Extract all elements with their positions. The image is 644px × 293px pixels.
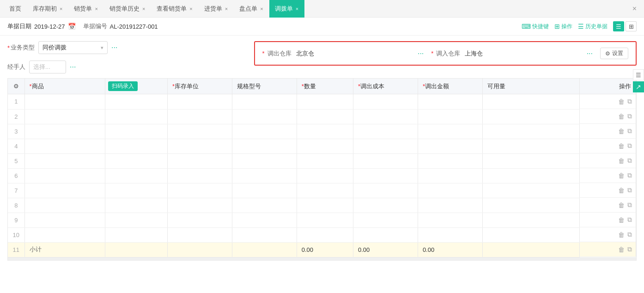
row-qty-2[interactable] (297, 109, 353, 124)
tab-sales-order-close[interactable]: × (95, 6, 97, 12)
row-copy-icon-3[interactable]: ⧉ (627, 127, 632, 135)
summary-delete-icon[interactable]: 🗑 (618, 246, 625, 253)
handler-select[interactable]: 选择... (29, 61, 66, 73)
row-amount-3[interactable] (418, 124, 482, 139)
row-unit-2[interactable] (167, 109, 232, 124)
row-product-2[interactable] (24, 109, 105, 124)
tab-purchase-order-close[interactable]: × (225, 6, 228, 12)
tab-transfer-order[interactable]: 调拨单 × (269, 0, 304, 18)
row-delete-icon-10[interactable]: 🗑 (618, 231, 625, 238)
scroll-indicator[interactable] (7, 258, 637, 261)
table-gear-icon[interactable]: ⚙ (13, 83, 19, 90)
row-qty-3[interactable] (297, 124, 353, 139)
row-qty-7[interactable] (297, 183, 353, 198)
row-qty-6[interactable] (297, 168, 353, 183)
row-qty-4[interactable] (297, 139, 353, 153)
row-spec-7[interactable] (232, 183, 297, 198)
row-qty-9[interactable] (297, 213, 353, 227)
tab-inventory-check-close[interactable]: × (260, 6, 263, 12)
row-spec-2[interactable] (232, 109, 297, 124)
business-type-dots[interactable]: ··· (111, 43, 117, 52)
scan-button[interactable]: 扫码录入 (108, 81, 138, 91)
row-product-8[interactable] (24, 198, 105, 213)
row-unit-7[interactable] (167, 183, 232, 198)
row-product-4[interactable] (24, 139, 105, 153)
row-spec-10[interactable] (232, 227, 297, 242)
tab-purchase-order[interactable]: 进货单 × (199, 0, 234, 18)
tab-view-sales[interactable]: 查看销货单 × (151, 0, 198, 18)
row-product-10[interactable] (24, 227, 105, 242)
row-delete-icon-8[interactable]: 🗑 (618, 201, 625, 209)
row-unit-10[interactable] (167, 227, 232, 242)
row-copy-icon-9[interactable]: ⧉ (627, 216, 632, 224)
row-delete-icon-3[interactable]: 🗑 (618, 128, 625, 135)
history-button[interactable]: ☰ 历史单据 (578, 23, 608, 31)
row-unit-6[interactable] (167, 168, 232, 183)
row-unit-3[interactable] (167, 124, 232, 139)
row-amount-9[interactable] (418, 213, 482, 227)
row-spec-9[interactable] (232, 213, 297, 227)
row-cost-5[interactable] (353, 153, 418, 168)
row-product-9[interactable] (24, 213, 105, 227)
summary-copy-icon[interactable]: ⧉ (627, 245, 632, 253)
out-warehouse-dots[interactable]: ··· (418, 49, 424, 58)
row-product-3[interactable] (24, 124, 105, 139)
row-cost-9[interactable] (353, 213, 418, 227)
row-amount-10[interactable] (418, 227, 482, 242)
row-amount-8[interactable] (418, 198, 482, 213)
row-copy-icon-4[interactable]: ⧉ (627, 142, 632, 150)
calendar-icon[interactable]: 📅 (68, 23, 76, 30)
tab-sales-history[interactable]: 销货单历史 × (104, 0, 151, 18)
row-cost-10[interactable] (353, 227, 418, 242)
row-spec-3[interactable] (232, 124, 297, 139)
in-warehouse-dots[interactable]: ··· (587, 49, 593, 58)
row-cost-2[interactable] (353, 109, 418, 124)
tab-inventory-init-close[interactable]: × (60, 6, 62, 12)
row-delete-icon-4[interactable]: 🗑 (618, 142, 625, 150)
row-delete-icon-1[interactable]: 🗑 (618, 98, 625, 105)
row-unit-8[interactable] (167, 198, 232, 213)
tab-inventory-check[interactable]: 盘点单 × (234, 0, 269, 18)
row-unit-9[interactable] (167, 213, 232, 227)
row-spec-4[interactable] (232, 139, 297, 153)
tab-inventory-init[interactable]: 库存期初 × (27, 0, 68, 18)
row-product-1[interactable] (24, 94, 105, 110)
row-copy-icon-7[interactable]: ⧉ (627, 186, 632, 194)
row-product-7[interactable] (24, 183, 105, 198)
row-cost-6[interactable] (353, 168, 418, 183)
row-qty-8[interactable] (297, 198, 353, 213)
row-amount-7[interactable] (418, 183, 482, 198)
row-product-6[interactable] (24, 168, 105, 183)
row-unit-1[interactable] (167, 94, 232, 110)
tab-sales-order[interactable]: 销货单 × (68, 0, 103, 18)
table-scroll[interactable]: ⚙ *商品 扫码录入 *库存单位 规格型号 *数量 (8, 79, 636, 257)
row-cost-8[interactable] (353, 198, 418, 213)
row-copy-icon-8[interactable]: ⧉ (627, 201, 632, 209)
sidebar-list-icon[interactable]: ☰ (633, 69, 644, 80)
row-product-5[interactable] (24, 153, 105, 168)
row-copy-icon-1[interactable]: ⧉ (627, 98, 632, 105)
row-amount-1[interactable] (418, 94, 482, 110)
row-delete-icon-2[interactable]: 🗑 (618, 113, 625, 120)
row-copy-icon-10[interactable]: ⧉ (627, 231, 632, 238)
row-amount-5[interactable] (418, 153, 482, 168)
row-spec-6[interactable] (232, 168, 297, 183)
row-cost-7[interactable] (353, 183, 418, 198)
row-copy-icon-2[interactable]: ⧉ (627, 112, 632, 120)
row-amount-2[interactable] (418, 109, 482, 124)
row-spec-5[interactable] (232, 153, 297, 168)
row-delete-icon-9[interactable]: 🗑 (618, 216, 625, 224)
row-delete-icon-7[interactable]: 🗑 (618, 187, 625, 194)
row-qty-10[interactable] (297, 227, 353, 242)
tab-sales-history-close[interactable]: × (142, 6, 145, 12)
list-view-button[interactable]: ☰ (613, 21, 624, 31)
business-type-select[interactable]: 同价调拨 ▾ (38, 41, 108, 54)
operation-button[interactable]: ⊞ 操作 (554, 23, 572, 31)
row-cost-3[interactable] (353, 124, 418, 139)
tab-home[interactable]: 首页 (4, 0, 27, 18)
row-unit-5[interactable] (167, 153, 232, 168)
row-copy-icon-5[interactable]: ⧉ (627, 157, 632, 165)
tab-transfer-order-close[interactable]: × (296, 6, 298, 12)
settings-button[interactable]: ⚙ 设置 (600, 48, 628, 59)
tab-view-sales-close[interactable]: × (189, 6, 192, 12)
